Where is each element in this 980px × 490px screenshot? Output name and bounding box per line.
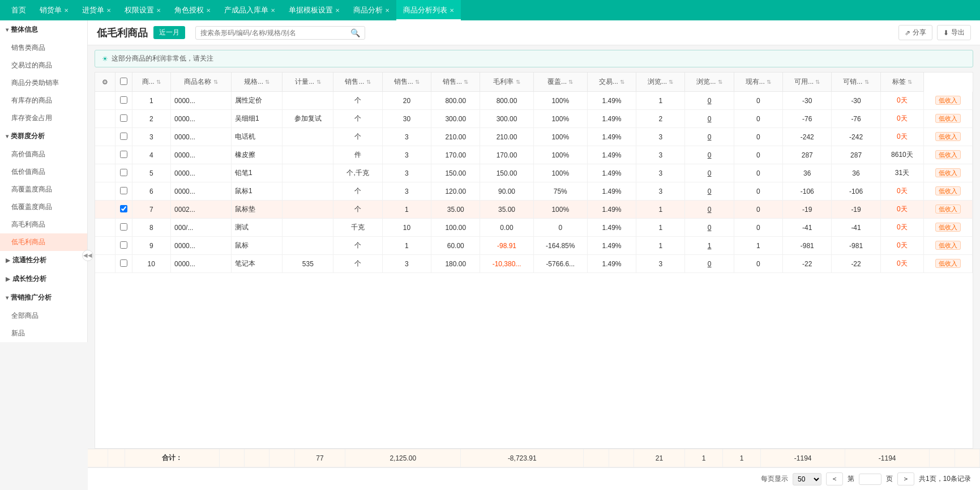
cell-name-2[interactable]: 电话机 (232, 128, 283, 146)
nav-close-product-analysis-list[interactable]: ✕ (450, 7, 454, 14)
sidebar-item-high-margin[interactable]: 高毛利商品 (0, 216, 87, 233)
sidebar-item-traded-products[interactable]: 交易过的商品 (0, 57, 87, 74)
col-code[interactable]: 商... ⇅ (132, 73, 171, 92)
browse1-link-6[interactable]: 0 (708, 206, 712, 214)
nav-close-purchase[interactable]: ✕ (106, 7, 111, 14)
cell-checkbox-4[interactable] (115, 164, 132, 182)
col-saleable[interactable]: 可销... ⇅ (832, 73, 880, 92)
cell-checkbox-2[interactable] (115, 128, 132, 146)
browse1-link-4[interactable]: 0 (708, 169, 712, 177)
cell-name-1[interactable]: 吴细细1 (232, 110, 283, 128)
nav-product-analysis[interactable]: 商品分析✕ (346, 0, 396, 20)
sidebar-item-low-value[interactable]: 低价值商品 (0, 163, 87, 181)
cell-name-0[interactable]: 属性定价 (232, 92, 283, 110)
col-browse2[interactable]: 浏览... ⇅ (685, 73, 734, 92)
nav-close-product-analysis[interactable]: ✕ (385, 7, 390, 14)
col-trade[interactable]: 交易... ⇅ (587, 73, 636, 92)
row-checkbox-1[interactable] (120, 114, 127, 122)
cell-checkbox-7[interactable] (115, 219, 132, 237)
browse1-link-2[interactable]: 0 (708, 133, 712, 141)
browse1-link-8[interactable]: 1 (708, 242, 712, 250)
col-current-stock[interactable]: 现有... ⇅ (734, 73, 782, 92)
cell-gear-7[interactable] (95, 219, 115, 237)
cell-browse1-9[interactable]: 0 (685, 255, 734, 273)
sidebar-item-high-value[interactable]: 高价值商品 (0, 146, 87, 163)
nav-roles[interactable]: 角色授权✕ (168, 0, 217, 20)
col-browse1[interactable]: 浏览... ⇅ (636, 73, 685, 92)
cell-browse1-5[interactable]: 0 (685, 182, 734, 201)
time-filter-button[interactable]: 近一月 (153, 26, 185, 39)
cell-gear-0[interactable] (95, 92, 115, 110)
select-all-checkbox[interactable] (120, 78, 127, 85)
row-checkbox-6[interactable] (120, 205, 127, 212)
row-checkbox-9[interactable] (120, 259, 127, 267)
row-checkbox-0[interactable] (120, 96, 127, 104)
nav-close-templates[interactable]: ✕ (335, 7, 340, 14)
col-spec[interactable]: 规格... ⇅ (232, 73, 283, 92)
cell-name-8[interactable]: 鼠标 (232, 237, 283, 255)
sidebar-section-header-growth[interactable]: ▶ 成长性分析 (0, 270, 87, 288)
nav-purchase[interactable]: 进货单✕ (75, 0, 118, 20)
col-gear[interactable]: ⚙ (95, 73, 115, 92)
cell-name-6[interactable]: 鼠标垫 (232, 201, 283, 219)
row-checkbox-7[interactable] (120, 223, 127, 231)
sidebar-item-high-coverage[interactable]: 高覆盖度商品 (0, 181, 87, 198)
cell-gear-3[interactable] (95, 146, 115, 164)
browse1-link-0[interactable]: 0 (708, 97, 712, 105)
cell-gear-8[interactable] (95, 237, 115, 255)
cell-browse1-1[interactable]: 0 (685, 110, 734, 128)
cell-checkbox-5[interactable] (115, 182, 132, 201)
col-tag[interactable]: 标签 ⇅ (880, 73, 923, 92)
browse1-link-5[interactable]: 0 (708, 188, 712, 195)
browse1-link-9[interactable]: 0 (708, 260, 712, 268)
cell-gear-6[interactable] (95, 201, 115, 219)
browse1-link-3[interactable]: 0 (708, 151, 712, 159)
cell-gear-5[interactable] (95, 182, 115, 201)
sidebar-item-low-margin[interactable]: 低毛利商品 (0, 233, 87, 251)
cell-checkbox-9[interactable] (115, 255, 132, 273)
nav-home[interactable]: 首页 (5, 0, 33, 20)
nav-finished-goods[interactable]: 产成品入库单✕ (217, 0, 282, 20)
cell-name-9[interactable]: 笔记本 (232, 255, 283, 273)
cell-browse1-6[interactable]: 0 (685, 201, 734, 219)
cell-checkbox-8[interactable] (115, 237, 132, 255)
cell-checkbox-6[interactable] (115, 201, 132, 219)
cell-browse1-3[interactable]: 0 (685, 146, 734, 164)
prev-page-button[interactable]: ＜ (826, 472, 843, 485)
col-sales-qty[interactable]: 销售... ⇅ (333, 73, 382, 92)
cell-gear-2[interactable] (95, 128, 115, 146)
sidebar-section-header-circulation[interactable]: ▶ 流通性分析 (0, 251, 87, 270)
sidebar-section-header-overview[interactable]: ▾ 整体信息 (0, 20, 87, 39)
nav-sales[interactable]: 销货单✕ (33, 0, 75, 20)
per-page-select[interactable]: 50 100 200 (793, 473, 821, 485)
cell-browse1-0[interactable]: 0 (685, 92, 734, 110)
cell-browse1-8[interactable]: 1 (685, 237, 734, 255)
cell-name-7[interactable]: 测试 (232, 219, 283, 237)
nav-close-roles[interactable]: ✕ (206, 7, 211, 14)
col-unit[interactable]: 计量... ⇅ (283, 73, 333, 92)
cell-browse1-7[interactable]: 0 (685, 219, 734, 237)
col-name[interactable]: 商品名称 ⇅ (171, 73, 232, 92)
browse1-link-7[interactable]: 0 (708, 224, 712, 232)
sidebar-section-header-marketing[interactable]: ▾ 营销推广分析 (0, 288, 87, 307)
col-checkbox[interactable] (115, 73, 132, 92)
row-checkbox-5[interactable] (120, 187, 127, 194)
row-checkbox-2[interactable] (120, 133, 127, 140)
cell-browse1-4[interactable]: 0 (685, 164, 734, 182)
cell-checkbox-1[interactable] (115, 110, 132, 128)
nav-product-analysis-list[interactable]: 商品分析列表✕ (396, 0, 461, 20)
row-checkbox-4[interactable] (120, 169, 127, 176)
sidebar-item-new-products[interactable]: 新品 (0, 325, 87, 342)
sidebar-item-category-rate[interactable]: 商品分类助销率 (0, 74, 87, 92)
row-checkbox-3[interactable] (120, 151, 127, 158)
col-sales-profit[interactable]: 销售... ⇅ (431, 73, 480, 92)
cell-checkbox-0[interactable] (115, 92, 132, 110)
cell-gear-1[interactable] (95, 110, 115, 128)
nav-templates[interactable]: 单据模板设置✕ (282, 0, 346, 20)
sidebar-item-all-products[interactable]: 全部商品 (0, 307, 87, 325)
sidebar-item-sales-products[interactable]: 销售类商品 (0, 39, 87, 57)
nav-close-finished-goods[interactable]: ✕ (271, 7, 275, 14)
cell-gear-9[interactable] (95, 255, 115, 273)
col-coverage[interactable]: 覆盖... ⇅ (533, 73, 587, 92)
sidebar-collapse-button[interactable]: ◀◀ (82, 250, 93, 261)
